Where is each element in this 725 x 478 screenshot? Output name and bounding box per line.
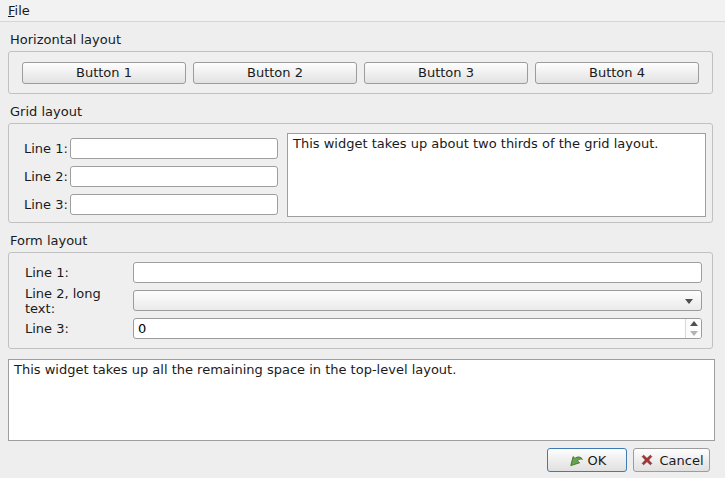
form-row-3: Line 3: — [25, 318, 702, 339]
horizontal-layout-group-frame: Button 1 Button 2 Button 3 Button 4 — [8, 51, 713, 94]
ok-green-arrow-icon — [568, 452, 584, 468]
cancel-red-x-icon — [639, 452, 655, 468]
spinbox-down-button[interactable] — [686, 329, 701, 339]
bottom-textedit[interactable]: This widget takes up all the remaining s… — [8, 359, 715, 441]
menu-file[interactable]: File — [0, 2, 40, 20]
form-line2-combobox[interactable] — [133, 290, 702, 311]
triangle-down-icon — [690, 331, 698, 336]
form-layout-group-title: Form layout — [10, 233, 725, 249]
grid-line3-label: Line 3: — [24, 197, 70, 212]
grid-layout-group-title: Grid layout — [10, 104, 725, 120]
menu-bar: File — [0, 0, 725, 22]
grid-left-column: Line 1: Line 2: Line 3: — [24, 133, 287, 216]
form-line3-spinbox — [133, 318, 702, 339]
form-line2-label: Line 2, long text: — [25, 286, 133, 316]
spinbox-input[interactable] — [134, 319, 685, 338]
grid-row-1: Line 1: — [24, 138, 287, 159]
grid-row-2: Line 2: — [24, 166, 287, 187]
grid-textedit[interactable]: This widget takes up about two thirds of… — [287, 133, 706, 217]
grid-layout-group-frame: Line 1: Line 2: Line 3: This widget take… — [8, 123, 713, 223]
form-line1-input[interactable] — [133, 262, 702, 283]
ok-button-label: OK — [588, 453, 607, 468]
grid-line1-label: Line 1: — [24, 141, 70, 156]
button-2[interactable]: Button 2 — [193, 62, 357, 84]
cancel-button[interactable]: Cancel — [633, 448, 710, 472]
grid-line3-input[interactable] — [70, 194, 278, 215]
cancel-button-label: Cancel — [659, 453, 703, 468]
menu-file-rest: ile — [15, 3, 30, 18]
ok-button[interactable]: OK — [547, 448, 627, 472]
spinbox-buttons — [685, 319, 701, 338]
form-line1-label: Line 1: — [25, 265, 133, 280]
basic-layouts-window: File Horizontal layout Button 1 Button 2… — [0, 0, 725, 472]
button-3[interactable]: Button 3 — [364, 62, 528, 84]
horizontal-layout-group-title: Horizontal layout — [10, 32, 725, 48]
grid-line2-input[interactable] — [70, 166, 278, 187]
triangle-up-icon — [690, 321, 698, 326]
grid-line2-label: Line 2: — [24, 169, 70, 184]
grid-row-3: Line 3: — [24, 194, 287, 215]
form-row-1: Line 1: — [25, 262, 702, 283]
chevron-down-icon — [685, 299, 693, 304]
button-1[interactable]: Button 1 — [22, 62, 186, 84]
button-4[interactable]: Button 4 — [535, 62, 699, 84]
form-line3-label: Line 3: — [25, 321, 133, 336]
form-layout-group-frame: Line 1: Line 2, long text: Line 3: — [8, 252, 713, 349]
form-row-2: Line 2, long text: — [25, 290, 702, 311]
grid-line1-input[interactable] — [70, 138, 278, 159]
dialog-button-box: OK Cancel — [0, 448, 710, 472]
spinbox-up-button[interactable] — [686, 319, 701, 329]
